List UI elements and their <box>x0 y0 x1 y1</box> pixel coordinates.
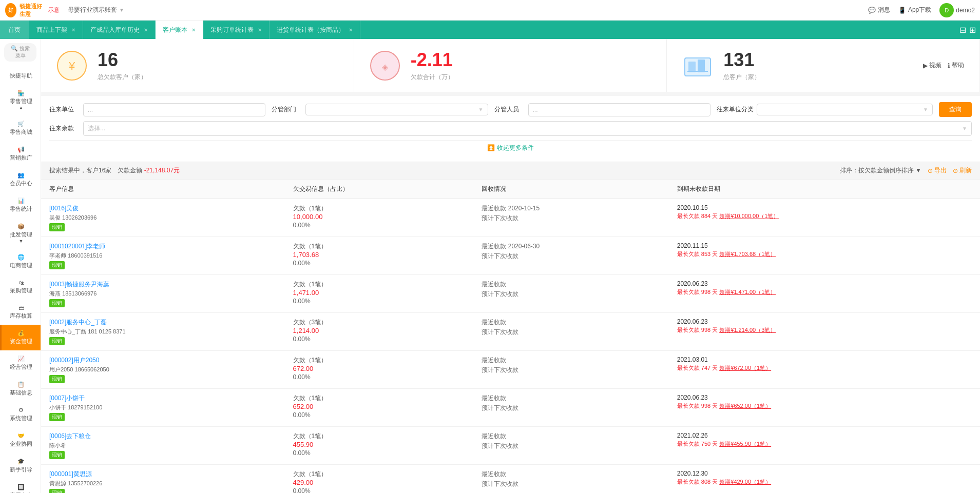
tab-close-icon[interactable]: ✕ <box>144 27 148 33</box>
customer-name-link[interactable]: [000001]黄思源 <box>49 470 277 479</box>
tab-customer-account[interactable]: 客户账本 ✕ <box>156 21 203 39</box>
sidebar: 🔍 搜索菜单 快捷导航 🏪 零售管理 ▲ 🛒 零售商城 📢 营销推广 👥 会员中… <box>0 39 41 493</box>
filter-category-select[interactable]: ▼ <box>757 104 933 115</box>
sidebar-item-finance[interactable]: 💰 资金管理 <box>0 325 41 350</box>
sidebar-item-guide[interactable]: 🎓 新手引导 <box>0 453 41 479</box>
debt-count: 欠款（1笔） <box>293 204 466 213</box>
tab-purchase-stats[interactable]: 采购订单统计表 ✕ <box>203 21 270 39</box>
sidebar-item-system[interactable]: ⚙ 系统管理 <box>0 402 41 427</box>
company-dropdown-arrow: ▼ <box>119 7 124 13</box>
overdue-info[interactable]: 最长欠款 808 天 超期¥429.00（1笔） <box>677 478 972 486</box>
overdue-info[interactable]: 最长欠款 884 天 超期¥10,000.00（1笔） <box>677 212 972 220</box>
next-collection: 预计下次收款 <box>482 252 660 261</box>
sidebar-item-collab[interactable]: 🤝 企业协同 <box>0 427 41 453</box>
app-icon: 📱 <box>898 7 906 14</box>
overdue-info[interactable]: 最长欠款 998 天 超期¥652.00（1笔） <box>677 402 972 410</box>
debt-amount[interactable]: 1,471.00 <box>293 289 466 297</box>
last-collection: 最近收款 <box>482 356 660 365</box>
search-input[interactable]: 🔍 搜索菜单 <box>4 43 36 62</box>
finance-icon: 💰 <box>5 330 37 337</box>
sidebar-item-member[interactable]: 👥 会员中心 <box>0 167 41 192</box>
tab-close-icon[interactable]: ✕ <box>71 27 75 33</box>
help-icon: ℹ <box>948 62 950 69</box>
tab-home[interactable]: 首页 <box>0 21 29 39</box>
sidebar-item-quick-nav[interactable]: 快捷导航 <box>0 66 41 85</box>
sidebar-item-purchase[interactable]: 🛍 采购管理 <box>0 274 41 300</box>
debt-amount[interactable]: 1,214.00 <box>293 327 466 334</box>
sidebar-search-area[interactable]: 🔍 搜索菜单 <box>0 39 41 66</box>
tab-product-history[interactable]: 产成品入库单历史 ✕ <box>83 21 156 39</box>
sidebar-item-basic-info[interactable]: 📋 基础信息 <box>0 376 41 402</box>
sidebar-item-marketing[interactable]: 📢 营销推广 <box>0 141 41 167</box>
collapse-icon[interactable]: ⊟ <box>959 25 966 35</box>
sort-selector[interactable]: 排序：按欠款金额倒序排序 ▼ <box>840 166 921 175</box>
sidebar-item-retail-mgmt[interactable]: 🏪 零售管理 ▲ <box>0 85 41 115</box>
tab-close-icon[interactable]: ✕ <box>349 27 353 33</box>
due-date: 2020.12.30 <box>677 470 972 477</box>
stat-card-total-customers: 131 总客户（家） ▶ 视频 ℹ 帮助 <box>667 39 980 92</box>
tab-incoming-stats[interactable]: 进货单统计表（按商品） ✕ <box>270 21 360 39</box>
col-header-debt: 欠交易信息（占比） <box>285 180 474 199</box>
filter-unit-input[interactable]: ... <box>83 103 265 116</box>
customer-name-link[interactable]: [0006]去下粮仓 <box>49 432 277 441</box>
debt-percent: 0.00% <box>293 373 466 381</box>
debt-amount[interactable]: 672.00 <box>293 365 466 372</box>
help-btn[interactable]: ℹ 帮助 <box>948 61 964 70</box>
customer-name-link[interactable]: [0002]服务中心_丁磊 <box>49 318 277 327</box>
last-collection: 最近收款 <box>482 394 660 403</box>
filter-dept-select[interactable]: ▼ <box>305 104 488 115</box>
cell-debt-4: 欠款（1笔） 672.00 0.00% <box>285 351 474 389</box>
sidebar-item-app-center[interactable]: 🔲 应用中心 <box>0 479 41 493</box>
customer-name-link[interactable]: [0007]小饼干 <box>49 394 277 403</box>
overdue-info[interactable]: 最长欠款 998 天 超期¥1,214.00（3笔） <box>677 326 972 334</box>
collapse-icon: ⏫ <box>487 144 495 151</box>
export-button[interactable]: ⊙ 导出 <box>928 166 947 175</box>
customer-name-link[interactable]: [0003]畅捷服务尹海蕊 <box>49 280 277 289</box>
refresh-button[interactable]: ⊙ 刷新 <box>953 166 972 175</box>
debt-amount[interactable]: 652.00 <box>293 403 466 410</box>
collapse-filter-btn[interactable]: ⏫ 收起更多条件 <box>49 140 972 155</box>
customer-phone: 小饼干 18279152100 <box>49 404 277 411</box>
overdue-info[interactable]: 最长欠款 747 天 超期¥672.00（1笔） <box>677 364 972 372</box>
search-icon: 🔍 <box>11 45 18 51</box>
expand-icon[interactable]: ⊞ <box>969 25 976 35</box>
cell-collection-5: 最近收款 预计下次收款 <box>473 389 668 427</box>
filter-person-input[interactable]: ... <box>528 103 710 116</box>
debt-amount[interactable]: 1,703.68 <box>293 251 466 259</box>
sidebar-item-ecommerce[interactable]: 🌐 电商管理 <box>0 249 41 274</box>
debt-percent: 0.00% <box>293 336 466 343</box>
overdue-info[interactable]: 最长欠款 853 天 超期¥1,703.68（1笔） <box>677 250 972 258</box>
message-btn[interactable]: 💬 消息 <box>868 6 890 14</box>
overdue-info[interactable]: 最长欠款 750 天 超期¥455.90（1笔） <box>677 440 972 448</box>
company-selector[interactable]: 母婴行业演示账套 ▼ <box>68 6 124 14</box>
overdue-info[interactable]: 最长欠款 998 天 超期¥1,471.00（1笔） <box>677 288 972 296</box>
user-profile[interactable]: D demo2 <box>939 3 975 17</box>
sidebar-item-operations[interactable]: 📈 经营管理 <box>0 350 41 376</box>
app-download-btn[interactable]: 📱 App下载 <box>898 6 931 14</box>
debt-amount[interactable]: 455.90 <box>293 441 466 448</box>
tab-close-icon[interactable]: ✕ <box>258 27 262 33</box>
inventory-icon: 🗃 <box>5 305 37 311</box>
tab-close-icon[interactable]: ✕ <box>191 27 196 33</box>
next-collection: 预计下次收款 <box>482 366 660 374</box>
filter-balance-select[interactable]: 选择... ▼ <box>83 121 972 136</box>
cell-customer-4: [000002]用户2050 用户2050 18665062050 现销 <box>41 351 285 389</box>
sidebar-item-wholesale[interactable]: 📦 批发管理 ▼ <box>0 218 41 249</box>
customer-name-link[interactable]: [000002]用户2050 <box>49 356 277 365</box>
nav-right-icons: ⊟ ⊞ <box>959 25 980 35</box>
search-button[interactable]: 查询 <box>939 102 972 117</box>
video-btn[interactable]: ▶ 视频 <box>923 61 941 70</box>
sidebar-item-retail-mall[interactable]: 🛒 零售商城 <box>0 115 41 141</box>
tab-product-listing[interactable]: 商品上下架 ✕ <box>29 21 83 39</box>
stats-cards: ¥ 16 总欠款客户（家） ◈ -2.11 欠款合计（ <box>41 39 980 92</box>
filter-row-1: 往来单位 ... 分管部门 ▼ 分管人员 ... <box>49 102 972 117</box>
table-row: [0016]吴俊 吴俊 13026203696 现销 欠款（1笔） 10,000… <box>41 199 980 237</box>
sidebar-item-retail-stats[interactable]: 📊 零售统计 <box>0 192 41 218</box>
cell-debt-3: 欠款（3笔） 1,214.00 0.00% <box>285 313 474 351</box>
customer-name-link[interactable]: [0001020001]李老师 <box>49 242 277 251</box>
stat-actions: ▶ 视频 ℹ 帮助 <box>923 61 964 70</box>
debt-amount[interactable]: 10,000.00 <box>293 213 466 221</box>
customer-name-link[interactable]: [0016]吴俊 <box>49 204 277 213</box>
debt-amount[interactable]: 429.00 <box>293 479 466 486</box>
sidebar-item-inventory[interactable]: 🗃 库存核算 <box>0 300 41 325</box>
